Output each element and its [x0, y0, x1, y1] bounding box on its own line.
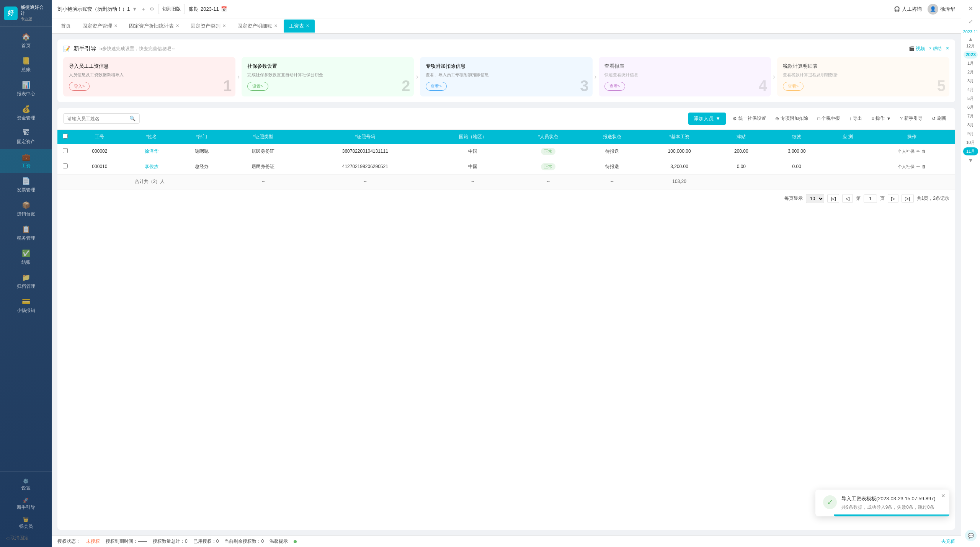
col-status[interactable]: *人员状态	[515, 130, 581, 144]
charge-link[interactable]: 去充值	[941, 538, 955, 545]
sidebar-item-settings[interactable]: ⚙️ 设置	[2, 475, 50, 495]
month-item-4[interactable]: 4月	[964, 86, 977, 94]
first-page-btn[interactable]: |◁	[827, 194, 839, 203]
new-guide-btn[interactable]: ? 新手引导	[897, 113, 926, 124]
tab-close-depreciation[interactable]: ✕	[176, 23, 179, 28]
month-item-11[interactable]: 11月	[963, 147, 978, 155]
month-item-1[interactable]: 1月	[964, 59, 977, 67]
tab-asset-detail[interactable]: 固定资产明细账 ✕	[232, 20, 283, 33]
row-1-check[interactable]	[63, 148, 68, 153]
search-box[interactable]: 🔍	[63, 113, 140, 124]
month-item-10[interactable]: 10月	[963, 139, 978, 147]
add-employee-button[interactable]: 添加人员 ▼	[688, 113, 726, 125]
step-1-btn[interactable]: 导入>	[69, 82, 90, 91]
year-down-btn[interactable]: ▼	[966, 155, 975, 165]
add-account-icon[interactable]: ＋	[141, 6, 146, 13]
year-up-btn[interactable]: ▲	[968, 36, 973, 42]
row-1-id-type: 居民身份证	[227, 144, 300, 159]
toast-desc: 共9条数据，成功导入9条，失败0条，跳过0条	[841, 504, 942, 511]
cancel-fixed-button[interactable]: ◁ 取消固定	[2, 533, 50, 543]
special-deduction-btn[interactable]: ⊕ 专项附加扣除	[772, 113, 811, 124]
feedback-btn[interactable]: 💬	[965, 530, 977, 541]
export-btn[interactable]: ↑ 导出	[846, 113, 865, 124]
row-2-delete-icon[interactable]: 🗑	[922, 164, 926, 169]
prev-page-btn[interactable]: ◁	[842, 194, 853, 203]
account-selector[interactable]: 刘小艳演示账套（勿删勿动！）1 ▼	[57, 6, 137, 13]
ai-consult[interactable]: 🎧 人工咨询	[894, 6, 922, 13]
status-bar: 授权状态： 未授权 授权到期时间：—— 授权数量总计：0 已用授权：0 当前剩余…	[52, 536, 961, 547]
tab-asset-category[interactable]: 固定资产类别 ✕	[185, 20, 231, 33]
tab-home[interactable]: 首页	[56, 20, 76, 33]
row-1-social-btn[interactable]: 个人社保	[898, 149, 915, 154]
operations-btn[interactable]: ≡ 操作 ▼	[868, 113, 894, 124]
month-item-6[interactable]: 6月	[964, 103, 977, 111]
row-2-name[interactable]: 李俊杰	[127, 159, 177, 174]
video-link[interactable]: 🎬 视频	[909, 46, 925, 52]
help-link[interactable]: ? 帮助	[929, 46, 942, 52]
month-item-2[interactable]: 2月	[964, 68, 977, 76]
row-2-social-btn[interactable]: 个人社保	[898, 164, 915, 170]
sidebar-item-tax[interactable]: 📋 税务管理	[0, 221, 52, 245]
sidebar-item-close[interactable]: ✅ 结账	[0, 245, 52, 269]
row-1-checkbox[interactable]	[57, 144, 73, 159]
summary-dash-2: --	[300, 174, 431, 189]
sidebar-item-archive[interactable]: 📁 归档管理	[0, 269, 52, 294]
step-5-btn[interactable]: 查看>	[783, 82, 804, 91]
next-page-btn[interactable]: ▷	[888, 194, 898, 203]
row-1-name[interactable]: 徐泽华	[127, 144, 177, 159]
step-2-btn[interactable]: 设置>	[247, 82, 268, 91]
month-item-12[interactable]: 12月	[963, 42, 978, 50]
month-item-3[interactable]: 3月	[964, 77, 977, 85]
step-3-btn[interactable]: 查看>	[426, 82, 446, 91]
select-all-checkbox[interactable]	[63, 134, 68, 139]
sidebar-item-payroll[interactable]: 💼 工资	[0, 149, 52, 173]
tax-report-btn[interactable]: □ 个税申报	[814, 113, 843, 124]
tab-fixed-assets-mgmt[interactable]: 固定资产管理 ✕	[77, 20, 123, 33]
sidebar-item-inventory[interactable]: 📦 进销台账	[0, 197, 52, 221]
sidebar-item-funds[interactable]: 💰 资金管理	[0, 101, 52, 125]
sidebar-item-fixed-assets[interactable]: 🏗 固定资产	[0, 125, 52, 149]
last-page-btn[interactable]: ▷|	[902, 194, 913, 203]
tab-close-category[interactable]: ✕	[222, 23, 226, 28]
tab-close-detail[interactable]: ✕	[274, 23, 278, 28]
toast-close-btn[interactable]: ✕	[941, 493, 946, 499]
user-info[interactable]: 👤 徐泽华	[928, 4, 955, 15]
tab-depreciation[interactable]: 固定资产折旧统计表 ✕	[124, 20, 185, 33]
tab-close-payroll[interactable]: ✕	[306, 23, 309, 28]
month-item-9[interactable]: 9月	[964, 130, 977, 138]
col-name[interactable]: *姓名	[127, 130, 177, 144]
row-2-edit-icon[interactable]: ✏	[916, 164, 920, 169]
row-1-edit-icon[interactable]: ✏	[916, 149, 920, 154]
page-input[interactable]	[864, 194, 877, 203]
panel-expand-btn[interactable]: ⤢	[965, 15, 976, 28]
row-2-checkbox[interactable]	[57, 159, 73, 174]
refresh-btn[interactable]: ↺ 刷新	[929, 113, 949, 124]
col-checkbox[interactable]	[57, 130, 73, 144]
settings-icon[interactable]: ⚙	[150, 6, 154, 12]
month-list: 12月 2023 1月 2月 3月 4月 5月 6月 7月 8月 9月 10月 …	[963, 42, 978, 155]
period-selector[interactable]: 账期 2023-11 📅	[189, 6, 227, 13]
tab-close-fixed-assets[interactable]: ✕	[114, 23, 118, 28]
social-insurance-btn[interactable]: ⚙ 统一社保设置	[730, 113, 769, 124]
panel-close-btn[interactable]: ✕	[965, 2, 976, 15]
sidebar-item-reports[interactable]: 📊 报表中心	[0, 77, 52, 101]
per-page-select[interactable]: 10	[806, 194, 824, 203]
guide-close-icon[interactable]: ✕	[946, 46, 949, 52]
sidebar-item-member[interactable]: 👑 畅会员	[2, 514, 50, 533]
row-1-delete-icon[interactable]: 🗑	[922, 149, 926, 153]
tab-payroll[interactable]: 工资表 ✕	[284, 20, 315, 33]
row-2-check[interactable]	[63, 163, 68, 168]
sidebar-item-expense[interactable]: 💳 小畅报销	[0, 294, 52, 318]
sidebar-item-home[interactable]: 🏠 首页	[0, 29, 52, 53]
switch-version-button[interactable]: 切到旧版	[158, 4, 185, 14]
month-item-5[interactable]: 5月	[964, 95, 977, 103]
search-input[interactable]	[67, 116, 127, 121]
month-item-8[interactable]: 8月	[964, 121, 977, 129]
sidebar-item-general-ledger[interactable]: 📒 总账	[0, 53, 52, 77]
step-4-btn[interactable]: 查看>	[604, 82, 625, 91]
col-report-status[interactable]: 报送状态	[581, 130, 643, 144]
sidebar-item-guide[interactable]: 🚀 新手引导	[2, 495, 50, 514]
export-label: 导出	[853, 115, 862, 122]
month-item-7[interactable]: 7月	[964, 112, 977, 120]
sidebar-item-invoices[interactable]: 📄 发票管理	[0, 173, 52, 197]
